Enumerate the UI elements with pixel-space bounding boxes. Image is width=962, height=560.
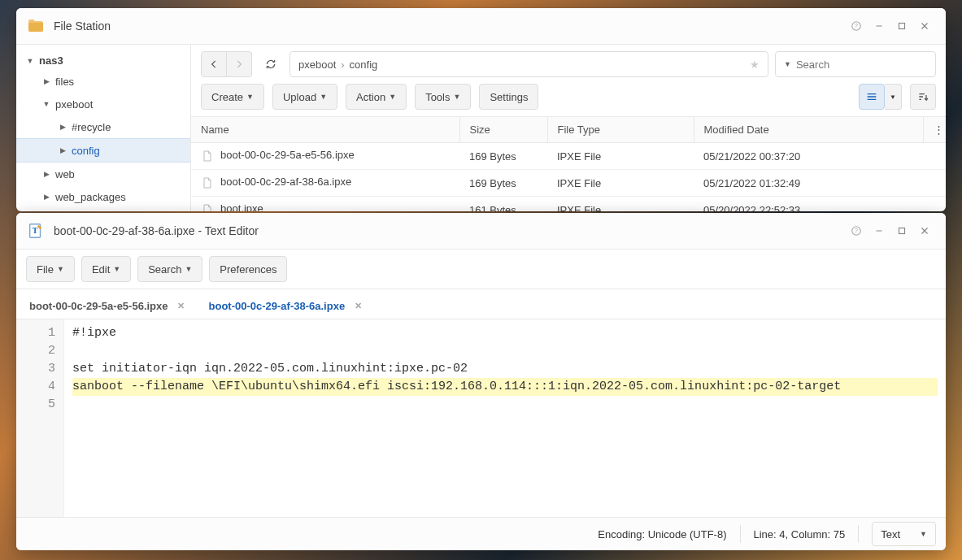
status-cursor: Line: 4, Column: 75 (754, 528, 846, 540)
folder-tree: ▼nas3 ▶files▼pxeboot▶#recycle▶config▶web… (16, 45, 191, 211)
col-more[interactable]: ⋮ (923, 117, 946, 143)
code-line[interactable]: sanboot --filename \EFI\ubuntu\shimx64.e… (72, 378, 938, 396)
text-editor-window: T boot-00-0c-29-af-38-6a.ipxe - Text Edi… (16, 213, 946, 550)
editor-area[interactable]: 12345 #!ipxe set initiator-iqn iqn.2022-… (16, 319, 946, 517)
file-table: Name Size File Type Modified Date ⋮ boot… (191, 116, 946, 211)
text-editor-title: boot-00-0c-29-af-38-6a.ipxe - Text Edito… (54, 224, 845, 237)
view-dropdown-button[interactable]: ▼ (885, 84, 902, 110)
svg-rect-19 (899, 228, 905, 234)
svg-text:T: T (33, 226, 38, 235)
code-line[interactable]: set initiator-iqn iqn.2022-05.com.linuxh… (72, 360, 938, 378)
svg-rect-3 (899, 24, 905, 29)
search-menu[interactable]: Search▼ (137, 256, 202, 282)
star-icon[interactable]: ★ (750, 59, 760, 71)
view-list-button[interactable] (859, 84, 885, 110)
tools-button[interactable]: Tools▼ (415, 84, 471, 110)
minimize-icon[interactable] (868, 15, 890, 37)
status-bar: Encoding: Unicode (UTF-8) Line: 4, Colum… (16, 517, 946, 550)
close-icon[interactable] (913, 219, 936, 242)
nav-back-button[interactable] (201, 51, 227, 77)
col-type[interactable]: File Type (547, 117, 694, 143)
svg-text:?: ? (855, 228, 858, 233)
nav-forward-button[interactable] (227, 51, 252, 77)
file-icon (201, 202, 214, 211)
folder-icon (26, 16, 46, 36)
col-name[interactable]: Name (191, 117, 459, 143)
tab-close-icon[interactable]: ✕ (351, 299, 364, 312)
tab-close-icon[interactable]: ✕ (175, 299, 188, 312)
tree-root-label: nas3 (39, 54, 63, 67)
sort-button[interactable] (910, 84, 936, 110)
editor-tab[interactable]: boot-00-0c-29-af-38-6a.ipxe✕ (206, 294, 368, 319)
maximize-icon[interactable] (890, 15, 913, 37)
search-input[interactable] (791, 58, 934, 72)
line-gutter: 12345 (16, 319, 64, 517)
code-line[interactable] (72, 342, 938, 360)
settings-button[interactable]: Settings (479, 84, 538, 110)
editor-tabs: boot-00-0c-29-5a-e5-56.ipxe✕boot-00-0c-2… (16, 289, 946, 319)
editor-tab[interactable]: boot-00-0c-29-5a-e5-56.ipxe✕ (26, 294, 191, 319)
breadcrumb-seg-0[interactable]: pxeboot (298, 59, 336, 71)
tree-item-config[interactable]: ▶config (16, 138, 190, 163)
preferences-menu[interactable]: Preferences (209, 256, 287, 282)
edit-menu[interactable]: Edit▼ (81, 256, 131, 282)
minimize-icon[interactable] (868, 219, 890, 242)
help-icon[interactable]: ? (845, 219, 868, 242)
close-icon[interactable] (913, 15, 936, 37)
col-modified[interactable]: Modified Date (694, 117, 923, 143)
chevron-right-icon: › (341, 59, 344, 71)
code-area[interactable]: #!ipxe set initiator-iqn iqn.2022-05.com… (64, 319, 946, 517)
tree-item-pxeboot[interactable]: ▼pxeboot (16, 93, 190, 115)
breadcrumb[interactable]: pxeboot › config ★ (289, 51, 768, 77)
help-icon[interactable]: ? (845, 15, 868, 37)
table-row[interactable]: boot-00-0c-29-af-38-6a.ipxe169 BytesIPXE… (191, 170, 946, 197)
tree-item-web[interactable]: ▶web (16, 163, 190, 185)
chevron-down-icon: ▼ (784, 60, 791, 68)
search-box[interactable]: ▼ (775, 51, 936, 77)
table-row[interactable]: boot.ipxe161 BytesIPXE File05/20/2022 22… (191, 197, 946, 212)
file-station-title: File Station (54, 20, 845, 33)
tree-item-recycle[interactable]: ▶#recycle (16, 115, 190, 138)
col-size[interactable]: Size (459, 117, 547, 143)
text-editor-titlebar[interactable]: T boot-00-0c-29-af-38-6a.ipxe - Text Edi… (16, 213, 946, 250)
tree-item-files[interactable]: ▶files (16, 70, 190, 93)
code-line[interactable] (72, 396, 938, 414)
breadcrumb-seg-1[interactable]: config (350, 59, 378, 71)
svg-text:?: ? (855, 23, 858, 28)
action-button[interactable]: Action▼ (346, 84, 407, 110)
code-line[interactable]: #!ipxe (72, 324, 938, 342)
maximize-icon[interactable] (890, 219, 913, 242)
tree-root[interactable]: ▼nas3 (16, 51, 190, 70)
upload-button[interactable]: Upload▼ (272, 84, 337, 110)
text-editor-icon: T (26, 221, 46, 241)
file-menu[interactable]: File▼ (26, 256, 75, 282)
create-button[interactable]: Create▼ (201, 84, 264, 110)
file-icon (201, 176, 214, 190)
table-row[interactable]: boot-00-0c-29-5a-e5-56.ipxe169 BytesIPXE… (191, 143, 946, 170)
file-icon (201, 149, 214, 163)
tree-item-webpackages[interactable]: ▶web_packages (16, 185, 190, 208)
refresh-button[interactable] (259, 52, 283, 76)
mode-select[interactable]: Text▼ (872, 522, 936, 546)
file-station-titlebar[interactable]: File Station ? (16, 8, 946, 45)
file-station-window: File Station ? ▼nas3 ▶files▼pxeboot▶#rec… (16, 8, 946, 211)
nav-group (201, 51, 252, 77)
status-encoding: Encoding: Unicode (UTF-8) (598, 528, 726, 540)
